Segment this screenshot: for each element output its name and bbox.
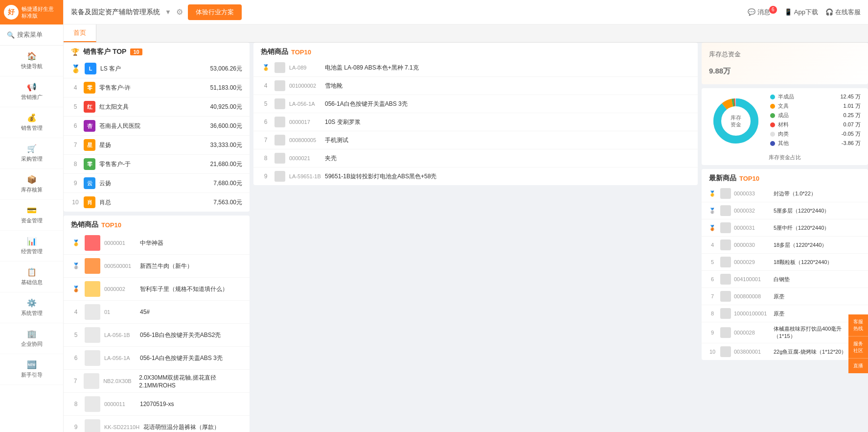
- product-image: [85, 350, 100, 366]
- float-buttons: 客服热线 服务社区 直播: [848, 314, 868, 373]
- svg-text:资金: 资金: [731, 121, 741, 127]
- legend-dot: [770, 132, 775, 137]
- system-title: 装备及固定资产辅助管理系统: [71, 8, 160, 17]
- newest-product-list-item: 9 0000028 体械嘉枝味苏打饮品400毫升（1*15）: [702, 322, 868, 343]
- sidebar-item-operation[interactable]: 📊 经营管理: [0, 231, 63, 262]
- product-image: [720, 240, 731, 250]
- inventory-title: 库存总资金: [709, 50, 861, 59]
- legend-item: 成品 0.25 万: [770, 112, 861, 119]
- community-btn[interactable]: 服务社区: [848, 336, 868, 359]
- product-image: [274, 80, 285, 91]
- new-icon: 🆕: [27, 360, 37, 369]
- product-image: [274, 62, 285, 73]
- product-image: [85, 304, 100, 320]
- sales-customer-card: 🏆 销售客户 TOP 10 🥇 L LS 客户 53,006.26元 4 零 零…: [64, 43, 250, 212]
- sidebar-item-purchase[interactable]: 🛒 采购管理: [0, 138, 63, 169]
- message-icon: 💬: [748, 8, 755, 16]
- hot-products-middle-title-row: 热销商品 TOP10: [253, 43, 698, 59]
- customer-list-item: 4 零 零售客户-许 51,183.00元: [64, 78, 250, 97]
- legend-dot: [770, 141, 775, 146]
- hot-product-list-item: 7 NB2.0X30B 2.0X30MM双搓花轴,搓花直径2.1MM/ROHS: [64, 370, 250, 393]
- sidebar-item-guide[interactable]: 🆕 新手引导: [0, 354, 63, 385]
- box-icon: 📦: [27, 175, 37, 184]
- legend-item: 其他 -3.86 万: [770, 140, 861, 147]
- avatar: 红: [84, 101, 95, 113]
- newest-product-list-item: 🥈 0000032 5厘多层（1220*2440）: [702, 202, 868, 219]
- tab-home[interactable]: 首页: [64, 24, 96, 42]
- product-image: [720, 291, 731, 302]
- hot-product-list-item: 9 KK-SD22110H 花语萌恒温分题裤袜（厚款）: [64, 416, 250, 432]
- newest-product-list-item: 5 0000029 18颗粒板（1220*2440）: [702, 254, 868, 271]
- header: 装备及固定资产辅助管理系统 ▼ ⚙ 体验行业方案 💬 消息 6 📱 App下载 …: [64, 0, 868, 24]
- customer-list-item: 10 肖 肖总 7,563.00元: [64, 193, 250, 212]
- chart-area: 库存 资金 半成品 12.45 万 文具 1.01: [702, 88, 868, 154]
- trial-button[interactable]: 体验行业方案: [188, 4, 242, 20]
- hot-product-list-item: 4 001000002 雪地靴: [253, 77, 698, 95]
- sidebar-nav: 🏠 快捷导航 📢 营销推广 💰 销售管理 🛒 采购管理 📦 库存核算 💳 资金管…: [0, 46, 63, 432]
- sidebar-item-enterprise[interactable]: 🏢 企业协同: [0, 323, 63, 354]
- sidebar-item-quick-nav[interactable]: 🏠 快捷导航: [0, 46, 63, 76]
- hot-product-list-item: 7 000800005 手机测试: [253, 131, 698, 149]
- sidebar-item-marketing[interactable]: 📢 营销推广: [0, 76, 63, 107]
- logo-text: 畅捷通好生意 标准版: [22, 5, 54, 20]
- cart-icon: 🛒: [27, 144, 37, 153]
- legend-dot: [770, 113, 775, 118]
- hot-product-list-item: 6 0000017 10S 变刷罗浆: [253, 113, 698, 131]
- customer-list-item: 8 零 零售客户-于 21,680.00元: [64, 155, 250, 174]
- newest-product-list-item: 6 004100001 白钢垫: [702, 271, 868, 288]
- app-download-btn[interactable]: 📱 App下载: [784, 8, 818, 17]
- legend-item: 材料 0.07 万: [770, 121, 861, 128]
- product-image: [85, 281, 100, 297]
- gold-medal-icon: 🥇: [71, 64, 81, 73]
- product-image: [85, 419, 100, 432]
- hot-product-list-item: 8 0000011 12070519-xs: [64, 393, 250, 416]
- sidebar-item-system[interactable]: ⚙️ 系统管理: [0, 292, 63, 323]
- hot-product-list-item: 🥇 LA-089 电池盖 LA-089 ABS本色+黑种 7.1克: [253, 59, 698, 77]
- silver-medal-icon: 🥈: [71, 263, 81, 269]
- clipboard-icon: 📋: [27, 267, 37, 277]
- silver-medal-icon: 🥈: [708, 208, 717, 214]
- customer-list-item: 5 红 红太阳文具 40,925.00元: [64, 97, 250, 117]
- gold-medal-icon: 🥇: [708, 191, 717, 197]
- messages-btn[interactable]: 💬 消息 6: [748, 8, 777, 17]
- newest-product-list-item: 🥉 0000031 5厘中纤（1220*2440）: [702, 219, 868, 237]
- live-btn[interactable]: 直播: [848, 359, 868, 373]
- avatar: 云: [84, 177, 95, 189]
- online-service-btn[interactable]: 🎧 在线客服: [825, 8, 861, 17]
- inventory-legend: 半成品 12.45 万 文具 1.01 万 成品 0.25 万: [770, 93, 861, 149]
- content-right-panel: 库存总资金 9.88万: [702, 43, 868, 432]
- building-icon: 🏢: [27, 329, 37, 338]
- product-image: [274, 135, 285, 145]
- bronze-medal-icon: 🥉: [71, 286, 81, 292]
- product-image: [720, 222, 731, 233]
- phone-icon: 📱: [784, 8, 792, 16]
- product-image: [720, 257, 731, 267]
- settings-icon[interactable]: ⚙: [176, 7, 183, 17]
- product-image: [720, 346, 731, 357]
- sidebar-search-btn[interactable]: 🔍 搜索菜单: [0, 24, 63, 46]
- hot-product-list-item: 9 LA-59651-1B 59651-1B旋转投影灯电池盒ABS黑色+58壳: [253, 168, 698, 185]
- customer-list-item: 6 杏 苍南县人民医院 36,600.00元: [64, 117, 250, 136]
- sidebar-item-finance[interactable]: 💳 资金管理: [0, 200, 63, 231]
- megaphone-icon: 📢: [27, 82, 37, 92]
- hot-product-list-item: 🥇 0000001 中华神器: [64, 232, 250, 255]
- legend-dot: [770, 122, 775, 127]
- avatar: 零: [84, 158, 95, 170]
- customer-service-btn[interactable]: 客服热线: [848, 314, 868, 336]
- gold-medal-icon: 🥇: [261, 64, 271, 71]
- product-image: [85, 396, 100, 412]
- dropdown-arrow-icon[interactable]: ▼: [165, 8, 171, 16]
- product-image: [720, 327, 731, 338]
- sidebar-item-sales[interactable]: 💰 销售管理: [0, 107, 63, 138]
- avatar: 肖: [84, 196, 95, 208]
- sidebar-item-basic[interactable]: 📋 基础信息: [0, 262, 63, 292]
- newest-products-card: 最新商品 TOP10 🥇 0000033 封边带（1.0*22） 🥈 00000…: [702, 169, 868, 360]
- svg-point-1: [717, 102, 754, 140]
- main-area: 装备及固定资产辅助管理系统 ▼ ⚙ 体验行业方案 💬 消息 6 📱 App下载 …: [64, 0, 868, 432]
- product-image: [720, 188, 731, 199]
- logo-icon: 好: [4, 5, 19, 20]
- content: 🏆 销售客户 TOP 10 🥇 L LS 客户 53,006.26元 4 零 零…: [64, 43, 868, 432]
- sidebar-item-inventory[interactable]: 📦 库存核算: [0, 169, 63, 200]
- svg-text:库存: 库存: [731, 115, 741, 120]
- hot-product-list-item: 6 LA-056-1A 056-1A白色按键开关盖ABS 3壳: [64, 347, 250, 370]
